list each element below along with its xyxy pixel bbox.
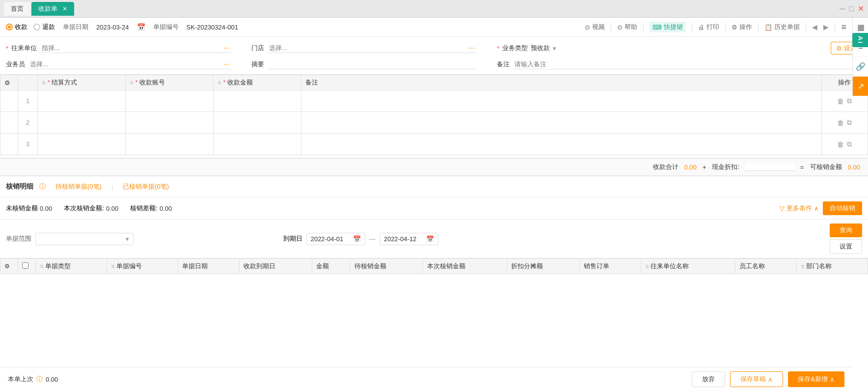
close-tab-icon[interactable]: ✕ — [62, 5, 67, 12]
select-all-checkbox[interactable] — [22, 262, 28, 269]
business-type-field: * 业务类型 预收款 ▾ — [497, 44, 827, 53]
divider5 — [758, 23, 759, 31]
abandon-button[interactable]: 放弃 — [692, 371, 725, 387]
ai-button[interactable]: Ai — [852, 33, 868, 47]
nav-next-icon[interactable]: ▶ — [823, 23, 829, 31]
save-new-button[interactable]: 保存&新增 ∧ — [788, 371, 844, 387]
panel-link-icon[interactable]: 🔗 — [853, 57, 868, 77]
maximize-icon[interactable]: □ — [849, 4, 854, 13]
right-panel: ▦ ≡ 🔗 ↗ Ai — [852, 18, 868, 96]
col-gear[interactable]: ⚙ — [0, 75, 18, 90]
row3-account[interactable] — [125, 134, 213, 155]
help-action[interactable]: ⊙ 帮助 — [617, 23, 637, 31]
search-buttons: 查询 设置 — [830, 223, 862, 254]
bt-col-cb — [18, 259, 36, 274]
filter-icon: ▽ — [780, 205, 785, 212]
shortcut-action[interactable]: ⌨ 快捷键 — [650, 22, 686, 32]
date-from-input[interactable]: 2022-04-01 📅 — [306, 233, 365, 245]
date-label: 单据日期 — [63, 23, 88, 31]
window-controls: ─ □ ✕ — [840, 4, 864, 13]
row3-copy-icon[interactable]: ⧉ — [847, 140, 852, 148]
bt-col-duedate: 收款到期日 — [239, 259, 312, 274]
nav-prev-icon[interactable]: ◀ — [812, 23, 817, 31]
btype-dropdown-icon[interactable]: ▾ — [553, 45, 556, 52]
sales-rep-input[interactable] — [28, 59, 221, 69]
search-row: 单据范围 ▾ 到期日 2022-04-01 📅 — 2022-04-12 — [0, 220, 868, 258]
tab-home-label: 首页 — [11, 4, 24, 13]
bottom-table: ⚙ ⇅ 单据类型 ⇅ 单据编号 — [0, 258, 868, 274]
row3-delete-icon[interactable]: 🗑 — [837, 140, 844, 148]
row1-notes[interactable] — [301, 90, 821, 112]
row2-account[interactable] — [125, 112, 213, 134]
tab-home[interactable]: 首页 — [4, 2, 30, 16]
panel-cursor-icon[interactable]: ↗ — [853, 77, 868, 96]
row1-copy-icon[interactable]: ⧉ — [847, 97, 852, 105]
hx-pending-tab[interactable]: 待核销单据(0笔) — [52, 181, 106, 192]
more-filter-btn[interactable]: ▽ 更多条件 ∧ — [780, 204, 819, 213]
ops-icon: ⚙ — [732, 24, 737, 31]
row2-settlement[interactable] — [38, 112, 126, 134]
footer-info-icon[interactable]: ⓘ — [36, 375, 43, 384]
radio-receipt[interactable]: 收款 — [6, 23, 27, 31]
store-input[interactable] — [267, 43, 467, 53]
print-action[interactable]: 🖨 打印 — [698, 23, 719, 31]
notes-field: 备注 — [497, 59, 862, 69]
row2-delete-icon[interactable]: 🗑 — [837, 119, 844, 127]
store-more-icon[interactable]: ··· — [467, 44, 477, 53]
video-action[interactable]: ⊙ 视频 — [585, 23, 605, 31]
abstract-field: 摘要 — [251, 59, 477, 69]
counterpart-input[interactable] — [40, 43, 221, 53]
minimize-icon[interactable]: ─ — [840, 4, 845, 13]
diff-value: 0.00 — [160, 205, 172, 212]
sales-rep-field: 业务员 ··· — [6, 59, 232, 69]
table-row: 1 🗑 ⧉ — [0, 90, 868, 112]
row3-notes[interactable] — [301, 134, 821, 155]
date-to-input[interactable]: 2022-04-12 📅 — [380, 233, 438, 245]
unclaimed-value: 0.00 — [40, 205, 52, 212]
store-label: 门店 — [251, 44, 264, 53]
auto-clear-button[interactable]: 自动核销 — [823, 201, 862, 215]
layout-list-icon[interactable]: ≡ — [841, 22, 846, 32]
toolbar: 收款 退款 单据日期 2023-03-24 📅 单据编号 SK-20230324… — [0, 18, 868, 37]
btype-required: * — [497, 45, 499, 52]
row3-amount[interactable] — [213, 134, 301, 155]
cal2-icon: 📅 — [426, 235, 434, 243]
hx-info-icon[interactable]: ⓘ — [39, 182, 46, 191]
row1-amount[interactable] — [213, 90, 301, 112]
query-button[interactable]: 查询 — [830, 223, 862, 237]
row3-settlement[interactable] — [38, 134, 126, 155]
available-value: 0.00 — [848, 164, 860, 171]
footer-buttons: 放弃 保存草稿 ∧ 保存&新增 ∧ — [692, 371, 844, 387]
notes-label: 备注 — [497, 60, 510, 69]
radio-refund[interactable]: 退款 — [33, 23, 55, 31]
row1-settlement[interactable] — [38, 90, 126, 112]
discount-input[interactable] — [745, 163, 794, 171]
counterpart-more-icon[interactable]: ··· — [221, 44, 232, 53]
date-value[interactable]: 2023-03-24 — [96, 24, 129, 31]
row3-gear — [0, 134, 18, 155]
row1-account[interactable] — [125, 90, 213, 112]
type-radio-group: 收款 退款 — [6, 23, 55, 31]
save-draft-button[interactable]: 保存草稿 ∧ — [730, 371, 783, 387]
row2-notes[interactable] — [301, 112, 821, 134]
window-close-icon[interactable]: ✕ — [858, 4, 864, 13]
hx-done-tab[interactable]: 已核销单据(0笔) — [119, 181, 173, 192]
due-label: 到期日 — [283, 234, 302, 243]
sales-more-icon[interactable]: ··· — [221, 60, 232, 69]
abstract-input[interactable] — [267, 59, 477, 69]
row2-copy-icon[interactable]: ⧉ — [847, 118, 852, 127]
setting-button2[interactable]: 设置 — [830, 239, 862, 254]
abstract-input-wrap — [267, 59, 477, 69]
history-action[interactable]: 📋 历史单据 — [764, 23, 800, 31]
number-value[interactable]: SK-20230324-001 — [187, 24, 239, 31]
row1-delete-icon[interactable]: 🗑 — [837, 97, 844, 105]
row2-amount[interactable] — [213, 112, 301, 134]
operations-action[interactable]: ⚙ 操作 — [732, 23, 752, 31]
notes-input[interactable] — [513, 59, 862, 69]
calendar-icon[interactable]: 📅 — [137, 23, 145, 31]
tab-receipt[interactable]: 收款单 ✕ — [31, 2, 74, 16]
bt-col-gear[interactable]: ⚙ — [0, 259, 18, 274]
row1-num: 1 — [18, 90, 38, 112]
bottom-table-header: ⚙ ⇅ 单据类型 ⇅ 单据编号 — [0, 259, 868, 274]
range-select[interactable]: ▾ — [35, 233, 134, 245]
